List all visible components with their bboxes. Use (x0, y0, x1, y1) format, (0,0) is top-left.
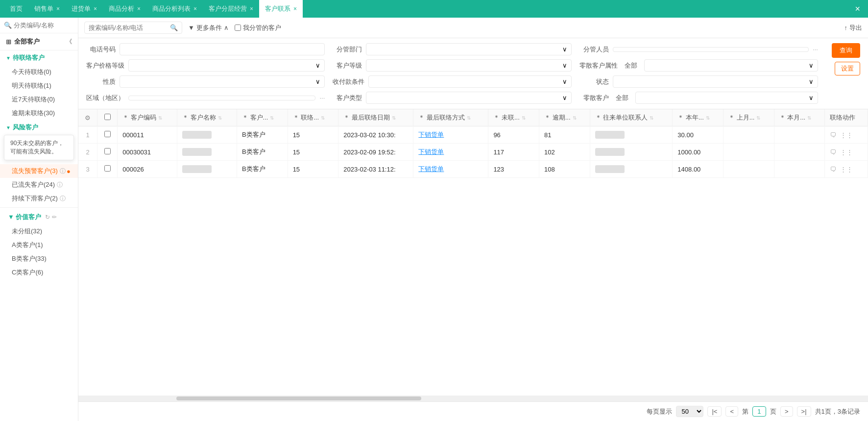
person-select[interactable] (613, 47, 809, 52)
sidebar-item-class-b[interactable]: B类客户(33) (0, 252, 78, 266)
th-last-month[interactable]: ＊ 上月... ⇅ (723, 109, 774, 126)
region-select[interactable] (128, 96, 315, 100)
sidebar-item-week[interactable]: 近7天待联络(0) (0, 93, 78, 106)
retail-attr-select[interactable]: ∨ (644, 59, 818, 72)
th-code[interactable]: ＊ 客户编码 ⇅ (118, 109, 177, 126)
last-page-btn[interactable]: >| (797, 406, 811, 417)
tab-analysis-list-close[interactable]: × (193, 5, 197, 12)
row-checkbox[interactable] (104, 165, 111, 172)
row-checkbox[interactable] (104, 131, 111, 137)
action-icon-chat[interactable]: 🗨 (830, 149, 836, 156)
tab-analysis[interactable]: 商品分析 × (103, 0, 146, 18)
th-this-year[interactable]: ＊ 本年... ⇅ (673, 109, 723, 126)
sidebar-search-input[interactable] (14, 22, 74, 29)
tab-purchase-close[interactable]: × (94, 5, 97, 12)
cell-this-month (774, 126, 825, 144)
th-contact-person[interactable]: ＊ 往来单位联系人 ⇅ (590, 109, 673, 126)
tab-sales-close[interactable]: × (56, 5, 60, 12)
sidebar-group-pending[interactable]: ▼ 待联络客户 (0, 50, 78, 65)
window-close-button[interactable]: × (851, 4, 864, 14)
th-index[interactable]: ⚙ (78, 109, 97, 126)
payment-select[interactable]: ∨ (368, 75, 571, 88)
my-customers-check-input[interactable] (235, 25, 241, 31)
action-icon-chat[interactable]: 🗨 (830, 166, 836, 173)
person-more-icon[interactable]: ··· (813, 46, 818, 53)
th-this-month[interactable]: ＊ 本月... ⇅ (774, 109, 825, 126)
select-all-checkbox[interactable] (104, 114, 111, 120)
tab-analysis-close[interactable]: × (137, 5, 141, 12)
status-select[interactable]: ∨ (613, 75, 818, 88)
edit-icon[interactable]: ✏ (52, 214, 57, 221)
cell-check[interactable] (97, 161, 118, 178)
tab-customer-contact[interactable]: 客户联系 × (259, 0, 303, 18)
cell-check[interactable] (97, 126, 118, 144)
sidebar-item-declining[interactable]: 持续下滑客户(2) ⓘ (0, 192, 78, 205)
next-page-btn[interactable]: > (780, 406, 793, 417)
region-more-icon[interactable]: ··· (319, 94, 325, 101)
tab-customer-contact-close[interactable]: × (293, 5, 297, 12)
cell-last-method[interactable]: 下销货单 (413, 161, 488, 178)
sidebar-item-churned[interactable]: 已流失客户(24) ⓘ (0, 178, 78, 192)
customer-grade-label: 客户等级 (333, 61, 362, 70)
customer-grade-select[interactable]: ∨ (366, 59, 571, 72)
action-icon-more[interactable]: ⋮⋮ (840, 166, 853, 173)
my-customers-checkbox[interactable]: 我分管的客户 (235, 24, 281, 32)
phone-input[interactable] (120, 43, 325, 55)
tab-purchase[interactable]: 进货单 × (66, 0, 103, 18)
th-name[interactable]: ＊ 客户名称 ⇅ (177, 109, 237, 126)
th-checkbox[interactable] (97, 109, 118, 126)
tab-sales[interactable]: 销售单 × (28, 0, 66, 18)
sidebar-item-tomorrow[interactable]: 明天待联络(1) (0, 79, 78, 93)
scrollbar-thumb[interactable] (176, 396, 421, 400)
cell-last-method[interactable]: 下销货单 (413, 126, 488, 144)
sidebar-item-churn-warning[interactable]: 流失预警客户(3) ⓘ ● (0, 164, 78, 178)
tab-customer-layers-close[interactable]: × (250, 5, 253, 12)
cell-check[interactable] (97, 144, 118, 161)
sidebar-item-today[interactable]: 今天待联络(0) (0, 65, 78, 79)
sidebar-all-customers[interactable]: ⊞ 全部客户 《 (0, 33, 78, 50)
first-page-btn[interactable]: |< (707, 406, 722, 417)
sidebar-item-overdue[interactable]: 逾期未联络(30) (0, 106, 78, 120)
dept-select[interactable]: ∨ (366, 43, 571, 55)
sidebar-group-value[interactable]: ▼ 价值客户 (8, 213, 41, 222)
action-icon-more[interactable]: ⋮⋮ (840, 131, 853, 139)
customer-type-select[interactable]: ∨ (366, 92, 571, 104)
nature-select[interactable]: ∨ (120, 75, 325, 88)
more-conditions-btn[interactable]: ▼ 更多条件 ∧ (188, 24, 229, 32)
th-not-contacted[interactable]: ＊ 未联... ⇅ (488, 109, 539, 126)
link-method[interactable]: 下销货单 (418, 148, 444, 155)
sidebar-item-class-a[interactable]: A类客户(1) (0, 238, 78, 252)
settings-button[interactable]: 设置 (835, 62, 860, 75)
th-type[interactable]: ＊ 客户... ⇅ (237, 109, 288, 126)
th-last-method[interactable]: ＊ 最后联络方式 ⇅ (413, 109, 488, 126)
horizontal-scrollbar[interactable] (78, 396, 868, 401)
th-overdue[interactable]: ＊ 逾期... ⇅ (539, 109, 590, 126)
sidebar-item-ungrouped[interactable]: 未分组(32) (0, 224, 78, 238)
refresh-icon[interactable]: ↻ (45, 214, 50, 221)
link-method[interactable]: 下销货单 (418, 165, 444, 173)
tab-customer-layers[interactable]: 客户分层经营 × (203, 0, 259, 18)
search-icon[interactable]: 🔍 (170, 24, 178, 31)
export-btn[interactable]: ↑ 导出 (844, 24, 863, 32)
retail-select[interactable]: ∨ (635, 92, 818, 104)
sort-icon-date: ⇅ (392, 115, 396, 121)
tab-home[interactable]: 首页 (4, 0, 28, 18)
price-level-select[interactable]: ∨ (128, 59, 325, 72)
row-checkbox[interactable] (104, 148, 111, 154)
search-input[interactable] (89, 24, 170, 31)
th-last-date[interactable]: ＊ 最后联络日期 ⇅ (338, 109, 413, 126)
th-contact[interactable]: ＊ 联络... ⇅ (288, 109, 338, 126)
sidebar-item-class-c[interactable]: C类客户(6) (0, 266, 78, 279)
page-size-select[interactable]: 50 100 200 (676, 406, 703, 417)
prev-page-btn[interactable]: < (725, 406, 738, 417)
query-button[interactable]: 查询 (832, 43, 860, 58)
advanced-filter-panel: 电话号码 分管部门 ∨ 分管人员 (78, 38, 868, 109)
link-method[interactable]: 下销货单 (418, 131, 444, 138)
gear-icon[interactable]: ⚙ (85, 114, 91, 122)
action-icon-chat[interactable]: 🗨 (830, 131, 836, 139)
sidebar-group-risk[interactable]: ▼ 风险客户 (0, 120, 78, 135)
cell-overdue: 81 (539, 126, 590, 144)
action-icon-more[interactable]: ⋮⋮ (840, 149, 853, 156)
cell-last-method[interactable]: 下销货单 (413, 144, 488, 161)
tab-analysis-list[interactable]: 商品分析列表 × (146, 0, 203, 18)
